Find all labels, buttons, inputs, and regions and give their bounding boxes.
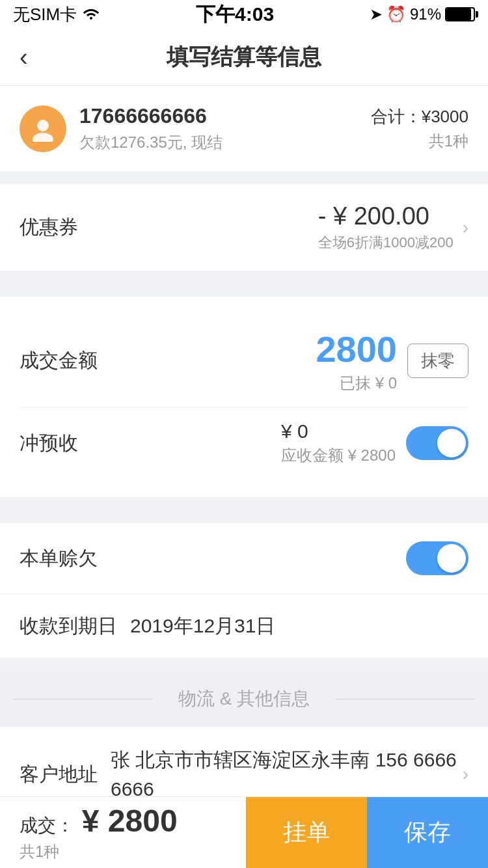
customer-left: 17666666666 欠款1276.35元, 现结 xyxy=(20,104,223,153)
deal-amount-label: 成交金额 xyxy=(20,347,98,374)
logistics-divider: 物流 & 其他信息 xyxy=(0,671,488,727)
carrier-text: 无SIM卡 xyxy=(13,3,77,26)
deal-section: 成交金额 2800 已抹 ¥ 0 抹零 冲预收 ¥ 0 应收金额 ¥ 2800 xyxy=(0,297,488,497)
svg-point-0 xyxy=(37,120,49,131)
content-area: 17666666666 欠款1276.35元, 现结 合计：¥3000 共1种 … xyxy=(0,86,488,868)
logistics-line-right xyxy=(336,699,475,699)
location-icon: ➤ xyxy=(370,5,383,23)
coupon-right: - ¥ 200.00 全场6折满1000减200 › xyxy=(318,202,468,252)
customer-total: 合计：¥3000 共1种 xyxy=(371,105,468,152)
bottom-count: 共1种 xyxy=(20,841,226,862)
bottom-deal-amount: ¥ 2800 xyxy=(82,804,178,838)
duedate-section: 收款到期日 2019年12月31日 xyxy=(0,594,488,658)
address-label: 客户地址 xyxy=(20,761,98,788)
deal-amount-row: 成交金额 2800 已抹 ¥ 0 抹零 xyxy=(20,315,468,407)
logistics-text: 物流 & 其他信息 xyxy=(165,686,323,711)
prepay-amount-value: ¥ 0 xyxy=(281,420,396,442)
customer-phone: 17666666666 xyxy=(79,104,223,128)
battery-icon xyxy=(445,7,475,21)
coupon-chevron-icon: › xyxy=(463,217,468,238)
svg-point-1 xyxy=(33,133,53,142)
debt-section: 本单赊欠 xyxy=(0,523,488,593)
coupon-info: - ¥ 200.00 全场6折满1000减200 xyxy=(318,202,454,252)
bottom-info: 成交： ¥ 2800 共1种 xyxy=(0,803,246,862)
nav-bar: ‹ 填写结算等信息 xyxy=(0,29,488,86)
logistics-line-left xyxy=(13,699,152,699)
debt-label: 本单赊欠 xyxy=(20,545,98,572)
save-button[interactable]: 保存 xyxy=(367,797,488,869)
status-time: 下午4:03 xyxy=(196,1,274,28)
section-divider-2 xyxy=(0,497,488,510)
status-bar: 无SIM卡 下午4:03 ➤ ⏰ 91% xyxy=(0,0,488,29)
duedate-value: 2019年12月31日 xyxy=(130,613,275,640)
prepay-right: ¥ 0 应收金额 ¥ 2800 xyxy=(281,420,468,466)
prepay-sub-text: 应收金额 ¥ 2800 xyxy=(281,445,396,466)
bottom-bar: 成交： ¥ 2800 共1种 挂单 保存 xyxy=(0,796,488,868)
page-title: 填写结算等信息 xyxy=(167,42,321,72)
section-divider-1 xyxy=(0,284,488,297)
bottom-deal-row: 成交： ¥ 2800 xyxy=(20,803,226,839)
coupon-amount: - ¥ 200.00 xyxy=(318,202,454,230)
prepay-label: 冲预收 xyxy=(20,430,78,457)
battery-percent: 91% xyxy=(410,5,441,23)
duedate-label: 收款到期日 xyxy=(20,613,117,640)
status-right: ➤ ⏰ 91% xyxy=(370,5,475,23)
total-amount: 合计：¥3000 xyxy=(371,105,468,128)
round-button[interactable]: 抹零 xyxy=(407,344,468,378)
coupon-desc: 全场6折满1000减200 xyxy=(318,233,454,252)
coupon-section[interactable]: 优惠券 - ¥ 200.00 全场6折满1000减200 › xyxy=(0,184,488,271)
back-button[interactable]: ‹ xyxy=(20,38,34,76)
prepay-row: 冲预收 ¥ 0 应收金额 ¥ 2800 xyxy=(20,407,468,479)
customer-owe: 欠款1276.35元, 现结 xyxy=(79,132,223,153)
deal-amount-value: 2800 xyxy=(316,329,397,370)
deal-amount-right: 2800 已抹 ¥ 0 抹零 xyxy=(316,328,468,394)
address-chevron-icon: › xyxy=(463,764,468,785)
prepay-amount-wrapper: ¥ 0 应收金额 ¥ 2800 xyxy=(281,420,396,466)
coupon-label: 优惠券 xyxy=(20,214,78,241)
customer-info: 17666666666 欠款1276.35元, 现结 xyxy=(79,104,223,153)
customer-section: 17666666666 欠款1276.35元, 现结 合计：¥3000 共1种 xyxy=(0,86,488,171)
debt-toggle[interactable] xyxy=(406,541,468,575)
status-left: 无SIM卡 xyxy=(13,3,100,26)
deal-amount-wrapper: 2800 已抹 ¥ 0 xyxy=(316,328,397,394)
address-value: 张 北京市市辖区海淀区永丰南 156 6666 6666 xyxy=(111,745,460,804)
prepay-toggle[interactable] xyxy=(406,426,468,460)
bottom-deal-label: 成交： xyxy=(20,815,74,835)
total-count: 共1种 xyxy=(371,131,468,152)
avatar xyxy=(20,105,66,152)
hang-button[interactable]: 挂单 xyxy=(246,797,367,869)
wifi-icon xyxy=(82,5,100,25)
duedate-row: 收款到期日 2019年12月31日 xyxy=(20,613,468,640)
deal-sub-text: 已抹 ¥ 0 xyxy=(316,373,397,394)
alarm-icon: ⏰ xyxy=(386,5,406,23)
